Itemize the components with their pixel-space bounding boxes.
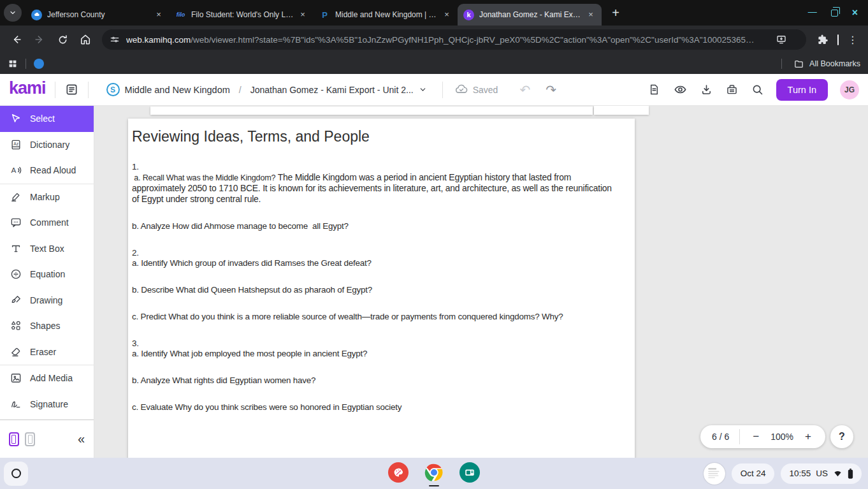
download-button[interactable] xyxy=(700,83,713,96)
tab-kami-export-active[interactable]: k Jonathan Gomez - Kami Export × xyxy=(458,4,602,26)
sidebar-item-signature[interactable]: Signature xyxy=(0,391,94,418)
sidebar-item-add-media[interactable]: Add Media xyxy=(0,365,94,391)
file-chevron-icon[interactable] xyxy=(419,85,427,94)
previous-page-edge xyxy=(150,106,593,115)
search-button[interactable] xyxy=(751,83,764,96)
minimize-button[interactable]: — xyxy=(808,6,817,17)
sidebar-item-label: Signature xyxy=(30,399,68,409)
palette-icon xyxy=(393,467,404,478)
zoom-out-button[interactable]: − xyxy=(750,430,762,443)
screencast-icon xyxy=(464,467,475,478)
breadcrumb-slash: / xyxy=(239,85,242,95)
sidebar-item-markup[interactable]: Markup xyxy=(0,184,94,210)
close-icon[interactable]: × xyxy=(442,10,452,20)
sidebar-item-eraser[interactable]: Eraser xyxy=(0,339,94,365)
undo-button[interactable]: ↶ xyxy=(519,82,530,98)
tab-schoology-doc[interactable]: P Middle and New Kingdom | Sch × xyxy=(314,4,458,26)
pages-menu-icon[interactable] xyxy=(64,82,79,97)
sidebar-item-label: Add Media xyxy=(30,373,73,383)
document-line: a. Identify Which group of invaders did … xyxy=(132,258,621,268)
folder-icon xyxy=(793,59,804,69)
file-name[interactable]: Jonathan Gomez - Kami Export - Unit 2... xyxy=(250,85,414,95)
signature-icon xyxy=(10,398,22,411)
pdf-page: Reviewing Ideas, Terms, and People 1. a.… xyxy=(128,119,635,458)
install-app-icon[interactable] xyxy=(776,34,787,45)
chrome-app-button[interactable] xyxy=(424,462,444,483)
kami-favicon: k xyxy=(463,10,474,20)
highlighter-icon xyxy=(10,191,22,203)
sidebar-item-label: Read Aloud xyxy=(30,165,76,175)
tab-jefferson-county[interactable]: Jefferson County × xyxy=(25,4,170,26)
document-line: a. Identify What job employed the most p… xyxy=(132,349,621,359)
close-icon[interactable]: × xyxy=(298,10,308,20)
tab-title: Jefferson County xyxy=(47,10,150,19)
site-settings-icon[interactable] xyxy=(110,34,120,45)
document-line: a. Recall What was the Middle Kingdom? T… xyxy=(132,172,621,205)
sidebar-item-equation[interactable]: Equation xyxy=(0,261,94,288)
select-cursor-icon xyxy=(10,112,22,125)
sidebar-item-label: Equation xyxy=(30,269,65,279)
bookmark-favicon[interactable] xyxy=(34,59,44,69)
turn-in-button[interactable]: Turn In xyxy=(776,79,828,101)
header-separator xyxy=(442,82,443,98)
restore-button[interactable] xyxy=(831,10,838,17)
url-text[interactable]: web.kamihq.com/web/viewer.html?state=%7B… xyxy=(126,35,769,45)
sidebar-item-drawing[interactable]: Drawing xyxy=(0,288,94,314)
canvas-app-button[interactable] xyxy=(388,462,409,483)
sidebar-item-label: Shapes xyxy=(30,321,60,331)
toolbar-separator xyxy=(837,34,839,45)
eraser-icon xyxy=(10,346,22,358)
status-tray[interactable]: 10:55 US xyxy=(781,463,862,484)
new-tab-button[interactable]: + xyxy=(607,4,625,22)
single-page-view-icon[interactable] xyxy=(9,432,19,446)
window-close-button[interactable]: × xyxy=(852,7,858,18)
apps-grid-icon[interactable] xyxy=(8,59,18,69)
redo-button[interactable]: ↷ xyxy=(546,82,556,98)
sidebar-item-select[interactable]: Select xyxy=(0,106,94,132)
kami-logo[interactable]: kami xyxy=(9,80,46,99)
sidebar-item-shapes[interactable]: Shapes xyxy=(0,313,94,339)
avatar[interactable]: JG xyxy=(840,80,859,99)
print-button[interactable] xyxy=(725,83,739,96)
sidebar-item-label: Dictionary xyxy=(30,140,69,150)
brush-icon xyxy=(10,294,22,307)
forward-button[interactable] xyxy=(29,29,50,50)
document-line: 2. xyxy=(132,248,621,258)
sidebar-item-read-aloud[interactable]: A Read Aloud xyxy=(0,157,94,184)
all-bookmarks-button[interactable]: All Bookmarks xyxy=(809,59,860,68)
clock: 10:55 xyxy=(789,469,811,478)
close-icon[interactable]: × xyxy=(586,10,596,20)
extensions-icon[interactable] xyxy=(816,34,828,46)
omnibox[interactable]: web.kamihq.com/web/viewer.html?state=%7B… xyxy=(102,29,806,50)
tab-search-button[interactable] xyxy=(4,4,22,22)
help-button[interactable]: ? xyxy=(830,425,853,448)
zoom-in-button[interactable]: + xyxy=(802,430,814,443)
bookmarks-separator xyxy=(25,59,26,69)
close-icon[interactable]: × xyxy=(154,10,164,20)
search-icon xyxy=(751,83,764,96)
collapse-sidebar-button[interactable]: « xyxy=(78,432,85,446)
home-button[interactable] xyxy=(75,29,96,50)
tab-title: Middle and New Kingdom | Sch xyxy=(335,10,438,19)
cloud-saved-icon xyxy=(454,83,468,97)
reload-button[interactable] xyxy=(52,29,73,50)
eye-icon xyxy=(673,82,688,97)
split-view-icon[interactable] xyxy=(25,432,35,446)
document-outline-button[interactable] xyxy=(647,83,661,96)
sidebar-item-dictionary[interactable]: Az Dictionary xyxy=(0,132,94,158)
zoom-level[interactable]: 100% xyxy=(770,432,793,442)
date-pill[interactable]: Oct 24 xyxy=(732,463,775,484)
launcher-button[interactable] xyxy=(4,462,28,486)
download-icon xyxy=(700,83,713,96)
holding-space-thumbnail[interactable] xyxy=(704,463,725,485)
sidebar-item-comment[interactable]: Comment xyxy=(0,210,94,236)
browser-menu-icon[interactable]: ⋮ xyxy=(848,34,858,46)
screencast-app-button[interactable] xyxy=(459,462,480,483)
back-button[interactable] xyxy=(6,29,27,50)
tab-filo-student[interactable]: filo Filo Student: World's Only Live × xyxy=(170,4,314,26)
sidebar-item-text-box[interactable]: Text Box xyxy=(0,236,94,262)
document-line: c. Evaluate Why do you think scribes wer… xyxy=(132,402,621,412)
active-app-indicator xyxy=(429,485,439,487)
view-options-button[interactable] xyxy=(673,82,688,97)
svg-text:Az: Az xyxy=(13,142,18,146)
